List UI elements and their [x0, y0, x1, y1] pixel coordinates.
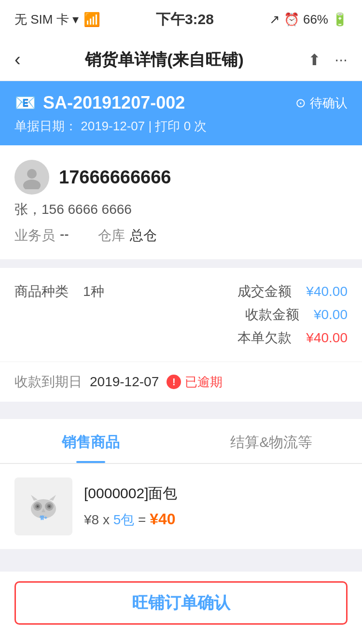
product-type-label: 商品种类	[14, 282, 69, 301]
deal-amount-value: ¥40.00	[306, 284, 348, 299]
svg-point-8	[48, 505, 50, 507]
sales-value: --	[60, 226, 69, 245]
product-item: 管+ [0000002]面包 ¥8 x 5包 = ¥40	[0, 464, 362, 549]
due-date-section: 收款到期日 2019-12-07 ! 已逾期	[0, 362, 362, 402]
status-clock-icon: ⊙	[295, 96, 306, 111]
overdue-badge: ! 已逾期	[167, 374, 223, 391]
confirm-btn-area: 旺铺订单确认	[0, 572, 362, 644]
status-left: 无 SIM 卡 ▾ 📶	[14, 11, 100, 28]
customer-name: 张，156 6666 6666	[14, 200, 348, 219]
product-logo-icon: 管+	[24, 492, 63, 521]
order-date: 2019-12-07	[81, 119, 145, 133]
product-thumbnail: 管+	[14, 477, 72, 535]
warehouse-meta: 仓库 总仓	[98, 226, 157, 245]
product-equals: =	[138, 512, 150, 527]
order-date-line: 单据日期： 2019-12-07 | 打印 0 次	[14, 118, 348, 135]
divider-1	[0, 259, 362, 268]
tab-settlement-label: 结算&物流等	[230, 434, 312, 450]
wifi-icon: 📶	[84, 12, 100, 28]
tab-sales-label: 销售商品	[62, 434, 120, 450]
avatar	[14, 160, 49, 195]
alarm-icon: ⏰	[284, 12, 299, 27]
overdue-text: 已逾期	[185, 374, 223, 391]
order-header-banner: 📧 SA-20191207-002 ⊙ 待确认 单据日期： 2019-12-07…	[0, 81, 362, 145]
nav-bar: ‹ 销货单详情(来自旺铺) ⬆ ···	[0, 39, 362, 81]
product-list: 管+ [0000002]面包 ¥8 x 5包 = ¥40	[0, 464, 362, 549]
debt-amount-row: 本单欠款 ¥40.00	[237, 329, 348, 347]
customer-section: 17666666666 张，156 6666 6666 业务员 -- 仓库 总仓	[0, 145, 362, 259]
collect-amount-row: 收款金额 ¥0.00	[245, 306, 348, 324]
collect-amount-value: ¥0.00	[314, 307, 348, 322]
debt-amount-value: ¥40.00	[306, 330, 348, 346]
tab-sales-products[interactable]: 销售商品	[0, 419, 181, 463]
svg-point-5	[37, 505, 39, 507]
nav-actions: ⬆ ···	[308, 51, 348, 69]
amount-left: 商品种类 1种	[14, 282, 104, 301]
product-total: ¥40	[150, 510, 175, 528]
svg-point-1	[23, 180, 41, 189]
customer-info: 17666666666	[59, 167, 171, 188]
deal-amount-label: 成交金额	[237, 282, 292, 301]
product-price-line: ¥8 x 5包 = ¥40	[84, 510, 348, 529]
customer-meta: 业务员 -- 仓库 总仓	[14, 226, 348, 245]
order-status: ⊙ 待确认	[295, 95, 348, 112]
customer-phone: 17666666666	[59, 167, 171, 188]
sales-label: 业务员	[14, 226, 55, 245]
status-time: 下午3:28	[156, 10, 214, 29]
print-info: | 打印 0 次	[148, 119, 207, 133]
svg-point-0	[27, 169, 37, 179]
overdue-icon: !	[167, 375, 181, 389]
location-icon: ↗	[269, 12, 280, 27]
amount-right: 成交金额 ¥40.00 收款金额 ¥0.00 本单欠款 ¥40.00	[237, 282, 348, 347]
tab-settlement[interactable]: 结算&物流等	[181, 419, 362, 463]
tabs-section: 销售商品 结算&物流等	[0, 419, 362, 549]
tabs-row: 销售商品 结算&物流等	[0, 419, 362, 464]
product-info: [0000002]面包 ¥8 x 5包 = ¥40	[84, 484, 348, 529]
battery-label: 66%	[303, 12, 328, 27]
amount-section: 商品种类 1种 成交金额 ¥40.00 收款金额 ¥0.00 本单欠款 ¥40.…	[0, 268, 362, 362]
status-text: 待确认	[310, 95, 348, 112]
order-id-text: SA-20191207-002	[43, 93, 185, 113]
product-quantity: 5包	[113, 512, 135, 527]
due-date-value: 2019-12-07	[90, 374, 159, 390]
no-sim-label: 无 SIM 卡 ▾	[14, 11, 79, 28]
amount-row: 商品种类 1种 成交金额 ¥40.00 收款金额 ¥0.00 本单欠款 ¥40.…	[14, 282, 348, 347]
divider-2	[0, 402, 362, 410]
product-price: ¥8 x	[84, 512, 113, 527]
page-title: 销货单详情(来自旺铺)	[85, 49, 244, 71]
warehouse-label: 仓库	[98, 226, 125, 245]
order-icon: 📧	[14, 93, 36, 113]
debt-amount-label: 本单欠款	[237, 329, 292, 347]
product-type-row: 商品种类 1种	[14, 282, 104, 301]
status-bar: 无 SIM 卡 ▾ 📶 下午3:28 ↗ ⏰ 66% 🔋	[0, 0, 362, 39]
deal-amount-row: 成交金额 ¥40.00	[237, 282, 348, 301]
warehouse-value: 总仓	[130, 226, 157, 245]
battery-icon: 🔋	[332, 12, 348, 27]
sales-meta: 业务员 --	[14, 226, 69, 245]
collect-amount-label: 收款金额	[245, 306, 299, 324]
confirm-order-button[interactable]: 旺铺订单确认	[14, 581, 348, 625]
svg-marker-10	[31, 495, 38, 501]
order-id: 📧 SA-20191207-002	[14, 93, 185, 113]
date-label: 单据日期：	[14, 119, 77, 133]
status-right: ↗ ⏰ 66% 🔋	[269, 12, 348, 27]
svg-text:管+: 管+	[40, 515, 47, 520]
product-type-value: 1种	[83, 282, 104, 301]
more-icon[interactable]: ···	[334, 51, 348, 69]
customer-top: 17666666666	[14, 160, 348, 195]
due-date-label: 收款到期日	[14, 373, 82, 391]
svg-marker-11	[49, 495, 56, 501]
product-name: [0000002]面包	[84, 484, 348, 504]
back-button[interactable]: ‹	[14, 49, 21, 70]
order-header-top: 📧 SA-20191207-002 ⊙ 待确认	[14, 93, 348, 113]
share-icon[interactable]: ⬆	[308, 51, 321, 69]
